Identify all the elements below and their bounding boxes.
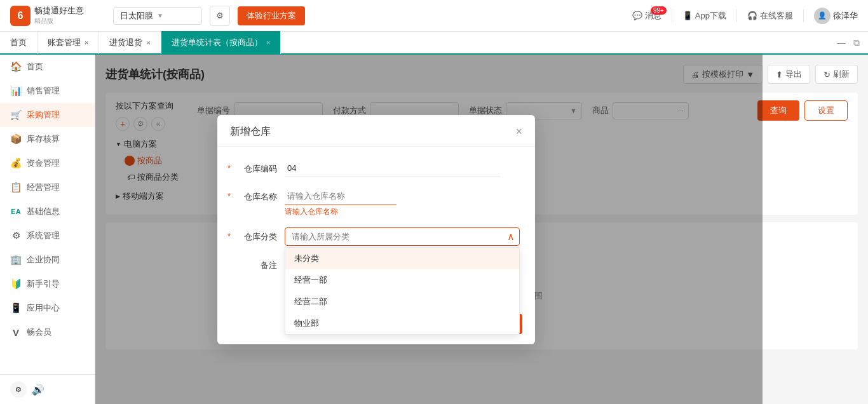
collapse-icon: ⚙ (15, 386, 22, 394)
category-input[interactable] (285, 227, 520, 246)
modal-body: 仓库编码 仓库名称 请输入仓库名称 (217, 147, 535, 306)
tab-accounts[interactable]: 账套管理 × (37, 31, 99, 54)
logo-sub: 精品版 (34, 17, 84, 25)
form-row-code: 仓库编码 (233, 159, 520, 177)
messages-badge: 99+ (651, 6, 667, 15)
tab-purchase-stats-close[interactable]: × (266, 39, 270, 46)
sidebar-item-basic[interactable]: EA 基础信息 (0, 199, 95, 224)
chevron-down-icon: ▼ (157, 12, 163, 19)
name-input[interactable] (285, 187, 397, 205)
settings-button[interactable]: ⚙ (210, 6, 230, 26)
tab-accounts-close[interactable]: × (85, 39, 88, 46)
sidebar-label-sales: 销售管理 (27, 85, 60, 97)
messages-button[interactable]: 💬 消息 99+ (632, 10, 661, 22)
query-actions: 查询 设置 (757, 100, 848, 121)
sidebar-label-finance: 资金管理 (27, 158, 60, 169)
speaker-icon: 🔊 (32, 384, 44, 396)
avatar: 👤 (814, 8, 831, 24)
modal-add-warehouse: 新增仓库 × 仓库编码 仓库名称 (217, 115, 535, 344)
dropdown-item-dept1[interactable]: 经营一部 (285, 269, 519, 291)
query-button[interactable]: 查询 (757, 100, 799, 121)
enterprise-icon: 🏢 (10, 254, 22, 266)
divider2 (736, 10, 737, 22)
main-layout: 🏠 首页 📊 销售管理 🛒 采购管理 📦 库存核算 💰 资金管理 📋 经营管理 … (0, 55, 868, 404)
home-icon: 🏠 (10, 61, 22, 72)
sidebar-item-home[interactable]: 🏠 首页 (0, 55, 95, 79)
sidebar-label-vip: 畅会员 (27, 327, 51, 338)
logo-text: 畅捷通好生意 (34, 6, 84, 17)
phone-icon: 📱 (682, 11, 693, 20)
export-icon: ⬆ (776, 70, 783, 79)
sidebar-label-enterprise: 企业协同 (27, 254, 60, 266)
sidebar-label-operation: 经营管理 (27, 182, 60, 193)
tab-purchase-stats[interactable]: 进货单统计表（按商品） × (161, 31, 281, 54)
sidebar-label-purchase: 采购管理 (27, 109, 60, 121)
modal-close-button[interactable]: × (515, 126, 522, 137)
sidebar: 🏠 首页 📊 销售管理 🛒 采购管理 📦 库存核算 💰 资金管理 📋 经营管理 … (0, 55, 95, 404)
dept3-label: 物业部 (294, 318, 319, 328)
sidebar-item-vip[interactable]: V 畅会员 (0, 320, 95, 344)
sidebar-label-apps: 应用中心 (27, 302, 60, 314)
sidebar-item-purchase[interactable]: 🛒 采购管理 (0, 103, 95, 127)
note-label: 备注 (233, 256, 277, 271)
inventory-icon: 📦 (10, 133, 22, 145)
vip-icon: V (10, 327, 22, 338)
export-button[interactable]: ⬆ 导出 (768, 65, 810, 84)
service-button[interactable]: 🎧 在线客服 (747, 10, 793, 22)
tab-purchase-return-close[interactable]: × (146, 39, 150, 46)
sidebar-item-sales[interactable]: 📊 销售管理 (0, 79, 95, 103)
tab-purchase-stats-label: 进货单统计表（按商品） (172, 37, 262, 48)
sidebar-item-guide[interactable]: 🔰 新手引导 (0, 272, 95, 296)
sidebar-item-system[interactable]: ⚙ 系统管理 (0, 224, 95, 248)
name-input-wrap: 请输入仓库名称 (285, 187, 397, 217)
name-label: 仓库名称 (233, 187, 277, 203)
guide-icon: 🔰 (10, 278, 22, 290)
sidebar-item-inventory[interactable]: 📦 库存核算 (0, 127, 95, 151)
sidebar-item-apps[interactable]: 📱 应用中心 (0, 296, 95, 320)
code-input[interactable] (285, 159, 501, 177)
store-name: 日太阳膜 (120, 10, 153, 22)
app-download-button[interactable]: 📱 App下载 (682, 10, 726, 22)
headset-icon: 🎧 (747, 11, 757, 20)
form-row-name-inner: 仓库名称 请输入仓库名称 (233, 187, 397, 217)
operation-icon: 📋 (10, 182, 22, 193)
header-right: 💬 消息 99+ 📱 App下载 🎧 在线客服 👤 徐泽华 (632, 8, 858, 24)
category-select-wrap: ∧ 未分类 经营一部 经营二部 (285, 227, 520, 246)
dropdown-item-dept2[interactable]: 经营二部 (285, 291, 519, 313)
trial-button[interactable]: 体验行业方案 (238, 6, 305, 25)
user-name: 徐泽华 (833, 10, 858, 22)
store-selector[interactable]: 日太阳膜 ▼ (113, 7, 202, 25)
sidebar-collapse-button[interactable]: ⚙ (10, 381, 27, 398)
logo-text-area: 畅捷通好生意 精品版 (34, 6, 84, 25)
service-label: 在线客服 (760, 10, 793, 22)
tab-home[interactable]: 首页 (0, 31, 37, 54)
tab-home-label: 首页 (10, 37, 27, 48)
sidebar-item-enterprise[interactable]: 🏢 企业协同 (0, 248, 95, 272)
app-download-label: App下载 (695, 10, 726, 22)
restore-button[interactable]: ⧉ (850, 36, 863, 49)
sidebar-item-finance[interactable]: 💰 资金管理 (0, 151, 95, 175)
refresh-label: 刷新 (833, 69, 850, 80)
name-error-msg: 请输入仓库名称 (285, 206, 397, 217)
refresh-button[interactable]: ↻ 刷新 (815, 65, 858, 84)
user-info[interactable]: 👤 徐泽华 (814, 8, 858, 24)
sidebar-label-system: 系统管理 (27, 230, 60, 241)
sidebar-item-operation[interactable]: 📋 经营管理 (0, 175, 95, 199)
dept2-label: 经营二部 (294, 297, 327, 306)
sidebar-label-inventory: 库存核算 (27, 133, 60, 145)
tab-purchase-return[interactable]: 进货退货 × (99, 31, 161, 54)
set-button[interactable]: 设置 (804, 100, 848, 121)
top-header: 6 畅捷通好生意 精品版 日太阳膜 ▼ ⚙ 体验行业方案 💬 消息 99+ 📱 … (0, 0, 868, 32)
dropdown-item-dept3[interactable]: 物业部 (285, 313, 519, 334)
form-row-name: 仓库名称 请输入仓库名称 (233, 187, 520, 217)
finance-icon: 💰 (10, 158, 22, 169)
system-icon: ⚙ (10, 230, 22, 241)
dept1-label: 经营一部 (294, 275, 327, 285)
minimize-button[interactable]: — (835, 36, 848, 49)
sidebar-label-home: 首页 (27, 61, 43, 72)
unclassified-label: 未分类 (294, 253, 319, 263)
logo-icon: 6 (10, 6, 31, 26)
select-arrow-icon[interactable]: ∧ (507, 231, 515, 243)
refresh-icon: ↻ (824, 70, 831, 79)
dropdown-item-unclassified[interactable]: 未分类 (285, 248, 519, 269)
